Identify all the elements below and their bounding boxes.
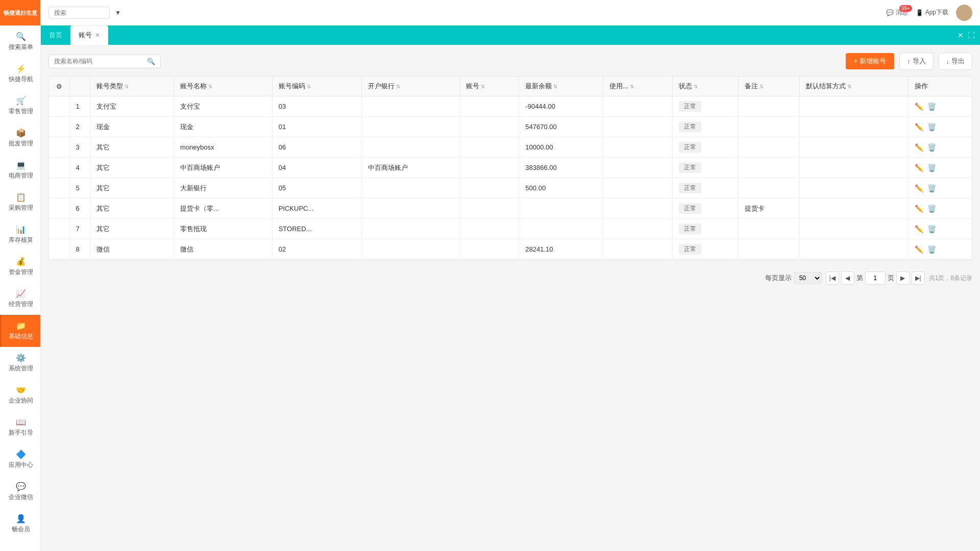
row-action: ✏️ 🗑️ — [909, 239, 972, 260]
col-status[interactable]: 状态⇅ — [673, 77, 739, 96]
table-row: 1 支付宝 支付宝 03 -90444.00 正常 ✏️ 🗑️ — [49, 96, 972, 117]
export-button[interactable]: ↓ 导出 — [939, 53, 973, 70]
message-badge: 99+ — [899, 5, 912, 12]
row-name: 现金 — [174, 117, 273, 137]
import-button[interactable]: ↑ 导入 — [899, 53, 934, 70]
delete-icon[interactable]: 🗑️ — [927, 184, 936, 192]
sidebar-item-enterprise-agreement[interactable]: 🤝 企业协同 — [0, 379, 40, 411]
sidebar-item-search-menu[interactable]: 🔍 搜索菜单 — [0, 26, 40, 58]
first-page-button[interactable]: |◀ — [826, 271, 839, 285]
sidebar-item-operation-manage[interactable]: 📈 经营管理 — [0, 283, 40, 315]
col-account[interactable]: 账号⇅ — [460, 77, 519, 96]
row-account — [460, 117, 519, 137]
sidebar-item-app-center[interactable]: 🔷 应用中心 — [0, 443, 40, 475]
row-settings-cell — [49, 178, 69, 198]
row-action: ✏️ 🗑️ — [909, 96, 972, 117]
row-remark — [739, 219, 800, 239]
row-remark: 提货卡 — [739, 198, 800, 219]
sidebar-item-capital-manage[interactable]: 💰 资金管理 — [0, 251, 40, 283]
edit-icon[interactable]: ✏️ — [915, 143, 923, 152]
tab-account[interactable]: 账号 ✕ — [70, 26, 108, 45]
row-code: 04 — [272, 158, 361, 178]
last-page-button[interactable]: ▶| — [912, 271, 925, 285]
delete-icon[interactable]: 🗑️ — [927, 164, 936, 172]
prev-page-button[interactable]: ◀ — [841, 271, 854, 285]
tab-expand-icon[interactable]: ⛶ — [968, 31, 975, 39]
row-name: 支付宝 — [174, 96, 273, 117]
row-account — [460, 158, 519, 178]
system-icon: ⚙️ — [4, 353, 38, 363]
edit-icon[interactable]: ✏️ — [915, 205, 923, 213]
sidebar-item-label: 经营管理 — [9, 300, 33, 308]
row-type: 支付宝 — [90, 96, 174, 117]
col-remark[interactable]: 备注⇅ — [739, 77, 800, 96]
col-balance[interactable]: 最新余额⇅ — [519, 77, 603, 96]
sidebar-item-quick-nav[interactable]: ⚡ 快捷导航 — [0, 58, 40, 90]
sidebar-item-purchase-manage[interactable]: 📋 采购管理 — [0, 186, 40, 218]
sidebar-item-retail-manage[interactable]: 🛒 零售管理 — [0, 90, 40, 122]
content-area: 🔍 + 新增账号 ↑ 导入 ↓ 导出 — [41, 45, 980, 551]
sidebar-item-system-manage[interactable]: ⚙️ 系统管理 — [0, 347, 40, 379]
sidebar-item-new-guide[interactable]: 📖 新手引导 — [0, 411, 40, 443]
per-page-select[interactable]: 50 20 100 — [794, 272, 822, 284]
edit-icon[interactable]: ✏️ — [915, 184, 923, 192]
search-box[interactable]: 🔍 — [48, 55, 161, 68]
sidebar-item-enterprise-wechat[interactable]: 💬 企业微信 — [0, 475, 40, 508]
tab-home[interactable]: 首页 — [41, 26, 70, 45]
sidebar-item-ecommerce-manage[interactable]: 💻 电商管理 — [0, 154, 40, 186]
delete-icon[interactable]: 🗑️ — [927, 143, 936, 152]
sidebar-item-basic-info[interactable]: 📁 基础信息 — [0, 315, 40, 347]
topbar-dropdown[interactable]: ▼ — [115, 9, 121, 16]
search-input[interactable] — [54, 58, 144, 65]
col-usage[interactable]: 使用...⇅ — [603, 77, 672, 96]
row-account — [460, 137, 519, 158]
row-account — [460, 239, 519, 260]
sidebar-item-member[interactable]: 👤 畅会员 — [0, 508, 40, 540]
tab-close-icon[interactable]: ✕ — [958, 31, 964, 39]
sidebar-item-wholesale-manage[interactable]: 📦 批发管理 — [0, 122, 40, 154]
status-badge: 正常 — [679, 162, 701, 173]
sidebar-item-inventory-calc[interactable]: 📊 库存核算 — [0, 218, 40, 251]
row-settings-cell — [49, 219, 69, 239]
delete-icon[interactable]: 🗑️ — [927, 225, 936, 233]
download-icon: 📱 — [916, 9, 923, 16]
col-bank[interactable]: 开户银行⇅ — [361, 77, 460, 96]
user-avatar[interactable] — [956, 5, 972, 21]
edit-icon[interactable]: ✏️ — [915, 245, 923, 254]
edit-icon[interactable]: ✏️ — [915, 225, 923, 233]
col-name[interactable]: 账号名称⇅ — [174, 77, 273, 96]
row-action: ✏️ 🗑️ — [909, 137, 972, 158]
delete-icon[interactable]: 🗑️ — [927, 205, 936, 213]
col-type[interactable]: 账号类型⇅ — [90, 77, 174, 96]
tab-account-close[interactable]: ✕ — [95, 32, 100, 39]
sidebar-item-label: 采购管理 — [9, 204, 33, 211]
edit-icon[interactable]: ✏️ — [915, 164, 923, 172]
row-num: 1 — [69, 96, 90, 117]
row-status: 正常 — [673, 96, 739, 117]
tabbar: 首页 账号 ✕ ✕ ⛶ — [41, 26, 980, 45]
col-settings[interactable]: ⚙ — [49, 77, 69, 96]
message-button[interactable]: 💬 消息 99+ — [886, 8, 908, 17]
page-input[interactable] — [865, 271, 886, 285]
status-badge: 正常 — [679, 121, 701, 132]
next-page-button[interactable]: ▶ — [896, 271, 910, 285]
app-download-button[interactable]: 📱 App下载 — [916, 8, 948, 17]
col-code[interactable]: 账号编码⇅ — [272, 77, 361, 96]
edit-icon[interactable]: ✏️ — [915, 103, 923, 111]
col-default-settle[interactable]: 默认结算方式⇅ — [799, 77, 908, 96]
search-icon[interactable]: 🔍 — [147, 58, 155, 65]
delete-icon[interactable]: 🗑️ — [927, 103, 936, 111]
edit-icon[interactable]: ✏️ — [915, 123, 923, 131]
row-usage — [603, 219, 672, 239]
delete-icon[interactable]: 🗑️ — [927, 245, 936, 254]
tab-account-label: 账号 — [79, 31, 92, 40]
topbar-search-input[interactable] — [48, 7, 110, 19]
row-settings-cell — [49, 96, 69, 117]
row-default-settle — [799, 178, 908, 198]
add-account-button[interactable]: + 新增账号 — [846, 53, 894, 69]
row-remark — [739, 178, 800, 198]
status-badge: 正常 — [679, 142, 701, 153]
delete-icon[interactable]: 🗑️ — [927, 123, 936, 131]
page-label: 第 — [856, 273, 863, 283]
app-center-icon: 🔷 — [4, 449, 38, 459]
